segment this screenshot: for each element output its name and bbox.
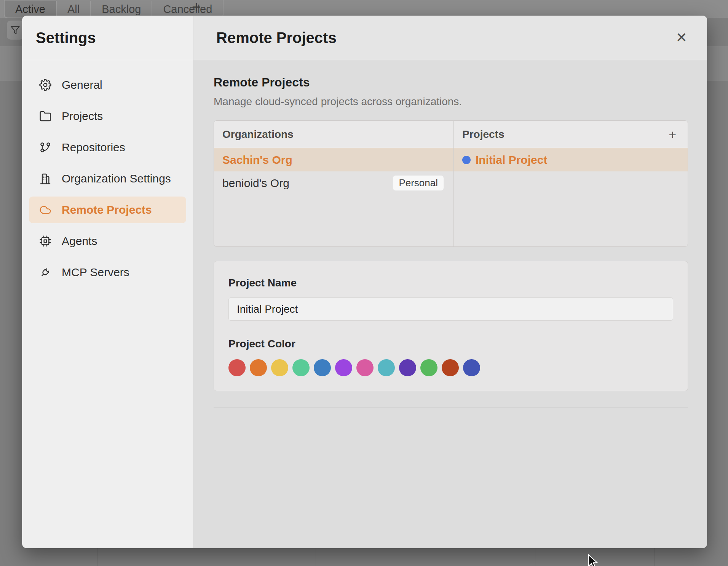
filter-button[interactable]: [7, 21, 24, 40]
sidebar-item-remote-projects[interactable]: Remote Projects: [29, 197, 186, 223]
panel-content: Remote Projects Manage cloud-synced proj…: [193, 60, 707, 408]
project-color-dot: [462, 156, 471, 164]
color-swatch-4[interactable]: [314, 359, 331, 376]
app-screen: ActiveAllBacklogCancelled + Settings Gen…: [0, 0, 728, 566]
project-name-label: Project Name: [228, 277, 673, 289]
color-swatch-7[interactable]: [378, 359, 395, 376]
sidebar-item-label: Agents: [62, 235, 97, 248]
sidebar-item-mcp-servers[interactable]: MCP Servers: [29, 259, 186, 286]
project-name: Initial Project: [476, 153, 547, 166]
close-button[interactable]: ✕: [674, 29, 689, 46]
sidebar-item-projects[interactable]: Projects: [29, 103, 186, 130]
color-swatch-2[interactable]: [271, 359, 288, 376]
folder-icon: [39, 110, 51, 122]
cloud-icon: [39, 204, 51, 216]
section-subtitle: Manage cloud-synced projects across orga…: [214, 96, 688, 108]
project-detail-card: Project Name Project Color: [214, 261, 688, 391]
chip-icon: [39, 235, 51, 247]
color-swatch-11[interactable]: [463, 359, 480, 376]
settings-nav: GeneralProjectsRepositoriesOrganization …: [22, 60, 193, 302]
sidebar-item-label: Projects: [62, 110, 103, 123]
project-row-initial-project[interactable]: Initial Project: [454, 148, 688, 171]
panel-header: Remote Projects ✕: [193, 16, 707, 60]
table-header: Organizations Projects +: [214, 121, 688, 148]
color-swatch-5[interactable]: [335, 359, 352, 376]
sidebar-item-label: Repositories: [62, 141, 125, 154]
mouse-cursor: [588, 554, 601, 566]
color-swatch-6[interactable]: [356, 359, 374, 376]
organizations-column-header: Organizations: [214, 121, 454, 148]
sidebar-item-repositories[interactable]: Repositories: [29, 134, 186, 161]
color-swatch-10[interactable]: [442, 359, 459, 376]
personal-badge: Personal: [393, 175, 444, 191]
settings-sidebar: Settings GeneralProjectsRepositoriesOrga…: [22, 16, 193, 548]
sidebar-item-organization-settings[interactable]: Organization Settings: [29, 165, 186, 192]
view-tab-active[interactable]: Active: [5, 1, 56, 18]
add-view-button[interactable]: +: [192, 0, 201, 15]
background-column-divider: [97, 548, 97, 566]
color-swatch-0[interactable]: [228, 359, 246, 376]
sidebar-item-label: Organization Settings: [62, 172, 171, 185]
background-column-divider: [655, 548, 655, 566]
settings-title: Settings: [22, 16, 193, 60]
organization-name: Sachin's Org: [222, 153, 292, 166]
panel-title: Remote Projects: [216, 29, 337, 46]
funnel-icon: [10, 25, 21, 35]
project-color-label: Project Color: [228, 338, 673, 350]
color-swatches: [228, 359, 673, 376]
background-column-divider: [316, 548, 316, 566]
add-project-button[interactable]: +: [666, 128, 679, 141]
background-column-divider: [535, 548, 535, 566]
section-divider: [214, 407, 688, 408]
building-icon: [39, 173, 51, 185]
project-name-input[interactable]: [228, 297, 673, 321]
sidebar-item-label: MCP Servers: [62, 266, 129, 279]
projects-column-header: Projects +: [454, 121, 688, 148]
organizations-list: Sachin's Orgbenioid's OrgPersonal: [214, 148, 454, 246]
color-swatch-3[interactable]: [292, 359, 310, 376]
git-branch-icon: [39, 141, 51, 153]
sidebar-item-label: Remote Projects: [62, 203, 152, 216]
section-title: Remote Projects: [214, 75, 688, 90]
settings-modal: Settings GeneralProjectsRepositoriesOrga…: [22, 16, 707, 548]
color-swatch-8[interactable]: [399, 359, 416, 376]
color-swatch-9[interactable]: [420, 359, 437, 376]
organization-name: benioid's Org: [222, 177, 289, 190]
plug-icon: [39, 266, 51, 278]
settings-main-panel: Remote Projects ✕ Remote Projects Manage…: [193, 16, 707, 548]
view-tab-all[interactable]: All: [56, 1, 90, 18]
organization-row-sachin-s-org[interactable]: Sachin's Org: [214, 148, 453, 171]
projects-list: Initial Project: [454, 148, 688, 246]
color-swatch-1[interactable]: [250, 359, 267, 376]
sidebar-item-general[interactable]: General: [29, 72, 186, 98]
view-tab-cancelled[interactable]: Cancelled: [152, 1, 223, 18]
view-tab-backlog[interactable]: Backlog: [90, 1, 152, 18]
projects-column-label: Projects: [462, 128, 504, 141]
sidebar-item-agents[interactable]: Agents: [29, 228, 186, 254]
sidebar-item-label: General: [62, 78, 102, 91]
organization-row-benioid-s-org[interactable]: benioid's OrgPersonal: [214, 171, 453, 195]
org-project-table: Organizations Projects + Sachin's Orgben…: [214, 120, 688, 247]
gear-icon: [39, 79, 51, 91]
table-body: Sachin's Orgbenioid's OrgPersonal Initia…: [214, 148, 688, 246]
